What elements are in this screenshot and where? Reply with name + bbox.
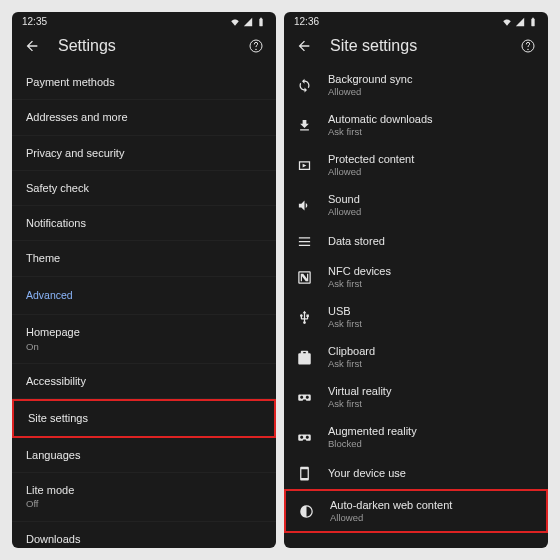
row-sub: Blocked bbox=[328, 438, 534, 449]
settings-row[interactable]: Lite modeOff bbox=[12, 473, 276, 522]
settings-row[interactable]: Site settings bbox=[12, 399, 276, 437]
row-sub: Allowed bbox=[328, 206, 534, 217]
row-label: USB bbox=[328, 305, 534, 317]
sound-icon bbox=[296, 197, 312, 213]
clipboard-icon bbox=[296, 349, 312, 365]
site-settings-list: Background syncAllowedAutomatic download… bbox=[284, 65, 548, 548]
row-label: Background sync bbox=[328, 73, 534, 85]
download-icon bbox=[296, 117, 312, 133]
row-sub: Ask first bbox=[328, 126, 534, 137]
row-sub: Allowed bbox=[328, 86, 534, 97]
site-settings-row[interactable]: Virtual realityAsk first bbox=[284, 377, 548, 417]
wifi-icon bbox=[230, 17, 240, 27]
site-settings-row[interactable]: Your device use bbox=[284, 457, 548, 489]
svg-point-1 bbox=[256, 49, 257, 50]
row-label: Payment methods bbox=[26, 75, 262, 89]
device-icon bbox=[296, 465, 312, 481]
row-label: Auto-darken web content bbox=[330, 499, 532, 511]
wifi-icon bbox=[502, 17, 512, 27]
settings-row[interactable]: Notifications bbox=[12, 206, 276, 241]
status-icons bbox=[230, 17, 266, 27]
site-settings-row[interactable]: Protected contentAllowed bbox=[284, 145, 548, 185]
settings-list: Payment methodsAddresses and morePrivacy… bbox=[12, 65, 276, 548]
site-settings-row[interactable]: Augmented realityBlocked bbox=[284, 417, 548, 457]
help-button[interactable] bbox=[248, 38, 264, 54]
row-label: NFC devices bbox=[328, 265, 534, 277]
site-settings-row[interactable]: USBAsk first bbox=[284, 297, 548, 337]
row-label: Augmented reality bbox=[328, 425, 534, 437]
settings-row[interactable]: Advanced bbox=[12, 277, 276, 316]
site-settings-row[interactable]: NFC devicesAsk first bbox=[284, 257, 548, 297]
settings-row[interactable]: Languages bbox=[12, 438, 276, 473]
site-settings-row[interactable]: Auto-darken web contentAllowed bbox=[284, 489, 548, 533]
sync-icon bbox=[296, 77, 312, 93]
row-label: Site settings bbox=[28, 411, 260, 425]
ar-icon bbox=[296, 429, 312, 445]
row-label: Notifications bbox=[26, 216, 262, 230]
row-label: Privacy and security bbox=[26, 146, 262, 160]
svg-point-3 bbox=[528, 49, 529, 50]
row-sub: Ask first bbox=[328, 278, 534, 289]
row-label: Automatic downloads bbox=[328, 113, 534, 125]
row-label: Accessibility bbox=[26, 374, 262, 388]
row-sub: On bbox=[26, 341, 262, 353]
header: Settings bbox=[12, 29, 276, 65]
back-button[interactable] bbox=[296, 38, 312, 54]
settings-row[interactable]: Safety check bbox=[12, 171, 276, 206]
usb-icon bbox=[296, 309, 312, 325]
status-icons bbox=[502, 17, 538, 27]
page-title: Site settings bbox=[330, 37, 502, 55]
clock: 12:36 bbox=[294, 16, 319, 27]
protected-icon bbox=[296, 157, 312, 173]
row-label: Sound bbox=[328, 193, 534, 205]
page-title: Settings bbox=[58, 37, 230, 55]
row-sub: Ask first bbox=[328, 398, 534, 409]
site-settings-row[interactable]: Automatic downloadsAsk first bbox=[284, 105, 548, 145]
signal-icon bbox=[515, 17, 525, 27]
signal-icon bbox=[243, 17, 253, 27]
row-label: Addresses and more bbox=[26, 110, 262, 124]
row-label: Virtual reality bbox=[328, 385, 534, 397]
back-icon bbox=[296, 38, 312, 54]
battery-icon bbox=[256, 17, 266, 27]
row-label: Advanced bbox=[26, 289, 262, 303]
row-label: Lite mode bbox=[26, 483, 262, 497]
settings-row[interactable]: HomepageOn bbox=[12, 315, 276, 364]
help-icon bbox=[520, 38, 536, 54]
settings-row[interactable]: Payment methods bbox=[12, 65, 276, 100]
site-settings-row[interactable]: SoundAllowed bbox=[284, 185, 548, 225]
settings-row[interactable]: Privacy and security bbox=[12, 136, 276, 171]
battery-icon bbox=[528, 17, 538, 27]
status-bar: 12:35 bbox=[12, 12, 276, 29]
row-sub: Ask first bbox=[328, 358, 534, 369]
settings-row[interactable]: Accessibility bbox=[12, 364, 276, 399]
row-label: Theme bbox=[26, 251, 262, 265]
site-settings-row[interactable]: Data stored bbox=[284, 225, 548, 257]
settings-row[interactable]: Theme bbox=[12, 241, 276, 276]
vr-icon bbox=[296, 389, 312, 405]
row-label: Clipboard bbox=[328, 345, 534, 357]
phone-right: 12:36 Site settings Background syncAllow… bbox=[284, 12, 548, 548]
nfc-icon bbox=[296, 269, 312, 285]
back-button[interactable] bbox=[24, 38, 40, 54]
back-icon bbox=[24, 38, 40, 54]
site-settings-row[interactable]: Background syncAllowed bbox=[284, 65, 548, 105]
help-icon bbox=[248, 38, 264, 54]
row-label: Safety check bbox=[26, 181, 262, 195]
row-sub: Allowed bbox=[328, 166, 534, 177]
settings-row[interactable]: Downloads bbox=[12, 522, 276, 548]
row-label: Homepage bbox=[26, 325, 262, 339]
clock: 12:35 bbox=[22, 16, 47, 27]
row-label: Languages bbox=[26, 448, 262, 462]
row-label: Protected content bbox=[328, 153, 534, 165]
list-icon bbox=[296, 233, 312, 249]
settings-row[interactable]: Addresses and more bbox=[12, 100, 276, 135]
row-label: Your device use bbox=[328, 467, 534, 479]
status-bar: 12:36 bbox=[284, 12, 548, 29]
darken-icon bbox=[298, 503, 314, 519]
phone-left: 12:35 Settings Payment methodsAddresses … bbox=[12, 12, 276, 548]
site-settings-row[interactable]: ClipboardAsk first bbox=[284, 337, 548, 377]
help-button[interactable] bbox=[520, 38, 536, 54]
row-label: Data stored bbox=[328, 235, 534, 247]
header: Site settings bbox=[284, 29, 548, 65]
